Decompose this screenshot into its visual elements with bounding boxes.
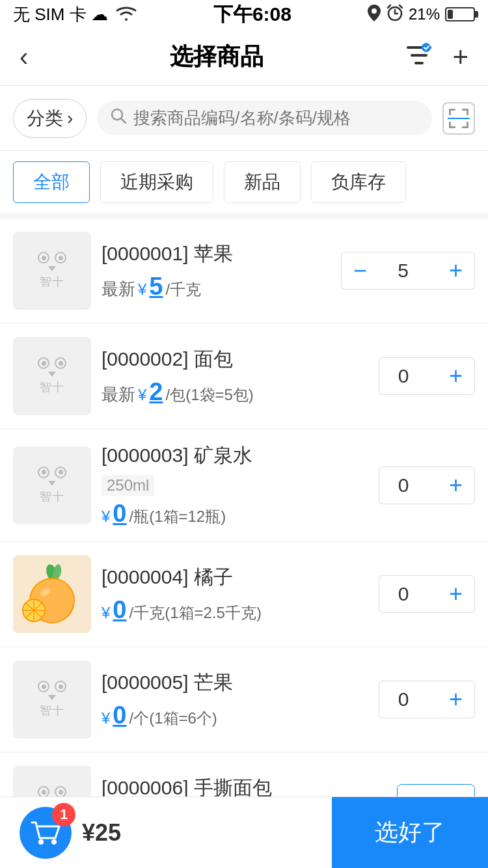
product-name: [0000003] 矿泉水 [102, 442, 368, 469]
status-bar: 无 SIM 卡 ☁ 下午6:08 21% [0, 0, 488, 29]
category-arrow-icon: › [67, 108, 73, 129]
product-qty: + [379, 575, 475, 613]
svg-point-5 [422, 43, 431, 52]
product-image: 智十 [13, 232, 91, 310]
qty-input[interactable] [379, 467, 437, 504]
nav-actions: + [405, 42, 468, 73]
search-bar: 分类 › [0, 86, 488, 151]
add-button[interactable]: + [452, 42, 468, 73]
product-spec: 250ml [102, 475, 154, 496]
product-image: 智十 [13, 446, 91, 524]
filter-tabs: 全部 近期采购 新品 负库存 [0, 151, 488, 219]
product-image: 智十 [13, 660, 91, 739]
status-time: 下午6:08 [213, 1, 291, 28]
scan-icon[interactable] [442, 102, 475, 135]
product-name: [0000005] 芒果 [102, 670, 368, 696]
sim-status: 无 SIM 卡 ☁ [13, 3, 108, 26]
search-input[interactable] [133, 108, 419, 128]
product-image [13, 555, 91, 633]
cart-button[interactable]: 1 [20, 807, 72, 859]
cart-area: 1 ¥25 [0, 807, 332, 859]
confirm-button[interactable]: 选好了 [332, 797, 488, 869]
product-info: [0000001] 苹果 最新 ¥ 5 /千克 [91, 241, 341, 301]
list-item: 智十 [0000003] 矿泉水 250ml ¥ 0 /瓶(1箱=12瓶) + [0, 429, 488, 541]
bottom-bar: 1 ¥25 选好了 [0, 796, 488, 868]
location-icon [367, 3, 381, 25]
product-price: 最新 ¥ 5 /千克 [102, 273, 331, 301]
product-name: [0000002] 面包 [102, 346, 368, 373]
plus-button[interactable]: + [437, 575, 475, 613]
page-title: 选择商品 [170, 41, 264, 73]
product-image: 智十 [13, 337, 91, 415]
category-label: 分类 [27, 106, 63, 131]
svg-point-27 [38, 839, 44, 845]
product-info: [0000005] 芒果 ¥ 0 /个(1箱=6个) [91, 670, 379, 729]
product-price: ¥ 0 /个(1箱=6个) [102, 701, 368, 729]
alarm-icon [386, 3, 403, 25]
svg-rect-14 [467, 122, 468, 128]
filter-icon[interactable] [405, 42, 433, 72]
product-qty: + [379, 467, 475, 504]
tab-all[interactable]: 全部 [13, 161, 90, 203]
list-item: 智十 [0000005] 芒果 ¥ 0 /个(1箱=6个) + [0, 647, 488, 752]
list-item: 智十 [0000002] 面包 最新 ¥ 2 /包(1袋=5包) + [0, 324, 488, 428]
owl-logo: 智十 [38, 252, 66, 290]
svg-rect-3 [411, 54, 427, 57]
svg-point-28 [51, 839, 57, 845]
product-name: [0000004] 橘子 [102, 564, 368, 591]
svg-rect-8 [449, 109, 451, 115]
qty-input[interactable] [379, 357, 437, 395]
product-info: [0000004] 橘子 ¥ 0 /千克(1箱=2.5千克) [91, 564, 379, 624]
qty-input[interactable] [379, 252, 437, 290]
cart-badge: 1 [52, 803, 75, 826]
product-info: [0000003] 矿泉水 250ml ¥ 0 /瓶(1箱=12瓶) [91, 442, 379, 528]
plus-button[interactable]: + [437, 357, 475, 395]
search-icon [110, 107, 127, 129]
plus-button[interactable]: + [437, 467, 475, 504]
tab-new[interactable]: 新品 [224, 161, 301, 203]
battery-percentage: 21% [409, 5, 440, 23]
svg-rect-15 [448, 118, 470, 119]
status-right: 21% [367, 3, 475, 25]
owl-logo: 智十 [38, 467, 66, 504]
search-input-wrap[interactable] [97, 101, 432, 135]
minus-button[interactable]: − [341, 252, 379, 290]
qty-input[interactable] [379, 681, 437, 718]
product-price: 最新 ¥ 2 /包(1袋=5包) [102, 378, 368, 406]
product-qty: − + [341, 252, 475, 290]
owl-logo: 智十 [38, 357, 66, 395]
qty-input[interactable] [379, 575, 437, 613]
product-info: [0000002] 面包 最新 ¥ 2 /包(1袋=5包) [91, 346, 379, 406]
svg-point-0 [372, 8, 377, 14]
tab-recent[interactable]: 近期采购 [100, 161, 213, 203]
list-item: [0000004] 橘子 ¥ 0 /千克(1箱=2.5千克) + [0, 542, 488, 646]
product-price: ¥ 0 /瓶(1箱=12瓶) [102, 500, 368, 528]
back-button[interactable]: ‹ [20, 42, 28, 72]
plus-button[interactable]: + [437, 681, 475, 718]
wifi-icon [115, 4, 138, 25]
product-price: ¥ 0 /千克(1箱=2.5千克) [102, 596, 368, 624]
product-name: [0000001] 苹果 [102, 241, 331, 267]
product-qty: + [379, 357, 475, 395]
product-list: 智十 [0000001] 苹果 最新 ¥ 5 /千克 − + [0, 219, 488, 868]
cart-total: ¥25 [82, 819, 121, 847]
plus-button[interactable]: + [437, 252, 475, 290]
svg-rect-10 [467, 109, 468, 115]
battery-icon [445, 7, 475, 21]
product-qty: + [379, 681, 475, 718]
status-left: 无 SIM 卡 ☁ [13, 3, 138, 26]
category-button[interactable]: 分类 › [13, 99, 87, 138]
svg-rect-12 [449, 122, 451, 128]
list-item: 智十 [0000001] 苹果 最新 ¥ 5 /千克 − + [0, 219, 488, 323]
owl-logo: 智十 [38, 681, 66, 718]
tab-negative[interactable]: 负库存 [311, 161, 406, 203]
nav-bar: ‹ 选择商品 + [0, 29, 488, 86]
svg-rect-4 [414, 62, 424, 64]
